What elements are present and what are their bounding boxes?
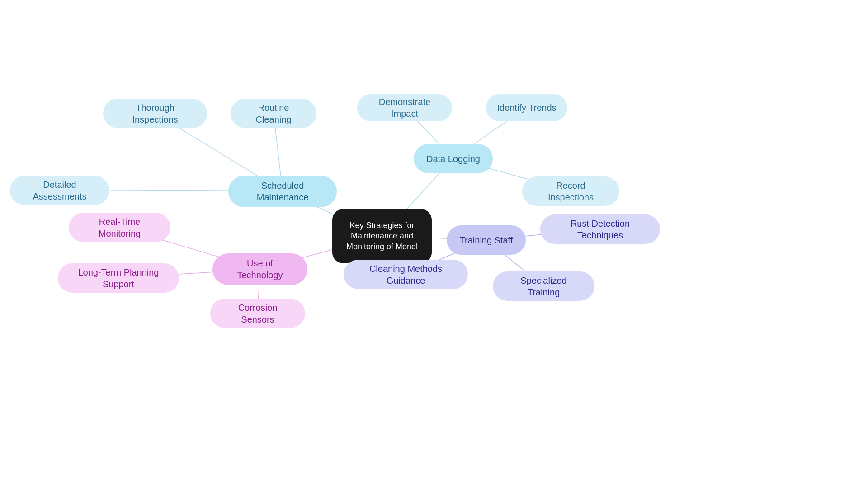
real-time-monitoring-node: Real-Time Monitoring <box>69 213 170 242</box>
center-node: Key Strategies for Maintenance and Monit… <box>332 209 432 263</box>
record-inspections-node: Record Inspections <box>522 176 619 206</box>
rust-detection-node: Rust Detection Techniques <box>540 214 660 244</box>
use-of-technology-node: Use of Technology <box>212 253 307 285</box>
identify-trends-node: Identify Trends <box>486 94 567 121</box>
demonstrate-impact-node: Demonstrate Impact <box>357 94 452 121</box>
long-term-planning-node: Long-Term Planning Support <box>58 263 179 293</box>
data-logging-node: Data Logging <box>414 144 493 173</box>
specialized-training-node: Specialized Training <box>493 271 594 301</box>
routine-cleaning-node: Routine Cleaning <box>231 99 316 128</box>
mindmap-container: Key Strategies for Maintenance and Monit… <box>0 0 868 490</box>
detailed-assessments-node: Detailed Assessments <box>10 176 109 205</box>
corrosion-sensors-node: Corrosion Sensors <box>210 299 305 328</box>
thorough-inspections-node: Thorough Inspections <box>103 99 207 128</box>
cleaning-methods-node: Cleaning Methods Guidance <box>344 260 468 289</box>
scheduled-maintenance-node: Scheduled Maintenance <box>228 176 337 207</box>
connections-svg <box>0 0 868 490</box>
training-staff-node: Training Staff <box>447 225 526 255</box>
